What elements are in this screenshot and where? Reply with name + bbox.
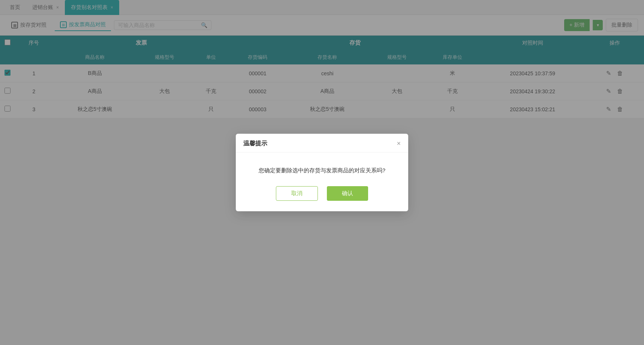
dialog-overlay: 温馨提示 × 您确定要删除选中的存货与发票商品的对应关系吗? 取消 确认 [0,0,644,118]
